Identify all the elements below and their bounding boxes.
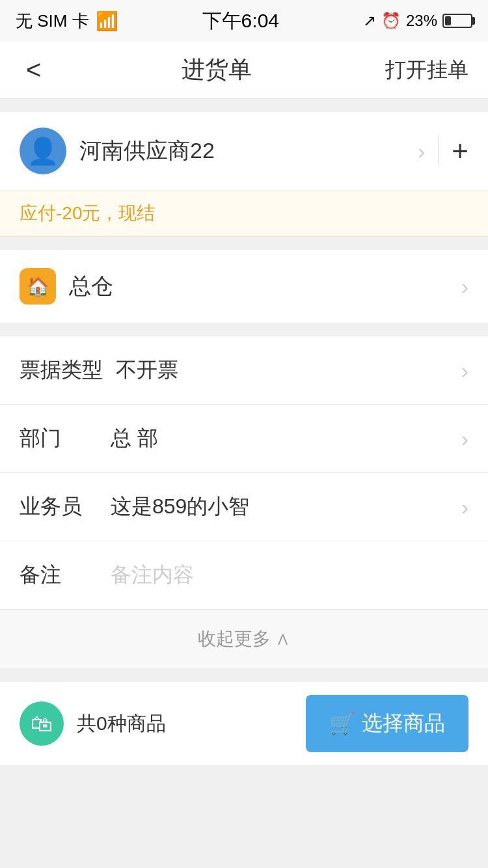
battery-percent: 23% xyxy=(406,12,437,30)
navigation-bar: < 进货单 打开挂单 xyxy=(0,42,488,99)
status-time: 下午6:04 xyxy=(202,8,279,34)
carrier-text: 无 SIM 卡 xyxy=(16,10,89,33)
warehouse-row[interactable]: 🏠 总仓 › xyxy=(0,250,488,323)
form-section: 票据类型 不开票 › 部门 总 部 › 业务员 这是859的小智 › 备注 备注… xyxy=(0,336,488,609)
invoice-type-row[interactable]: 票据类型 不开票 › xyxy=(0,336,488,405)
status-bar: 无 SIM 卡 📶 下午6:04 ↗ ⏰ 23% xyxy=(0,0,488,42)
supplier-avatar: 👤 xyxy=(20,128,66,174)
department-chevron-icon: › xyxy=(461,426,468,452)
invoice-type-chevron-icon: › xyxy=(461,358,468,383)
remark-placeholder: 备注内容 xyxy=(111,561,468,590)
select-product-label: 选择商品 xyxy=(362,709,445,738)
salesperson-value: 这是859的小智 xyxy=(111,493,461,521)
section-gap-3 xyxy=(0,323,488,336)
select-product-icon: 🛒 xyxy=(329,711,355,736)
section-gap-2 xyxy=(0,237,488,250)
notice-bar: 应付-20元，现结 xyxy=(0,191,488,237)
department-row[interactable]: 部门 总 部 › xyxy=(0,405,488,473)
bottom-bar: 🛍 共0种商品 🛒 选择商品 xyxy=(0,681,488,765)
supplier-section: 👤 河南供应商22 › + 应付-20元，现结 xyxy=(0,112,488,237)
product-count: 共0种商品 xyxy=(77,711,306,737)
salesperson-label: 业务员 xyxy=(20,493,98,521)
product-icon-wrap: 🛍 xyxy=(20,701,64,746)
notice-text: 应付-20元，现结 xyxy=(20,203,155,223)
battery-fill xyxy=(445,16,451,25)
supplier-row[interactable]: 👤 河南供应商22 › + xyxy=(0,112,488,191)
remark-label: 备注 xyxy=(20,561,98,590)
battery-icon xyxy=(442,14,472,28)
add-supplier-button[interactable]: + xyxy=(438,137,468,165)
open-pending-button[interactable]: 打开挂单 xyxy=(385,56,468,85)
invoice-type-label: 票据类型 xyxy=(20,356,103,385)
salesperson-chevron-icon: › xyxy=(461,495,468,520)
section-gap-4 xyxy=(0,668,488,681)
wifi-icon: 📶 xyxy=(96,10,118,32)
remark-row[interactable]: 备注 备注内容 xyxy=(0,541,488,609)
page-bottom xyxy=(0,765,488,868)
warehouse-icon-wrap: 🏠 xyxy=(20,268,56,305)
select-product-button[interactable]: 🛒 选择商品 xyxy=(306,695,468,752)
warehouse-chevron-icon: › xyxy=(461,274,468,299)
salesperson-row[interactable]: 业务员 这是859的小智 › xyxy=(0,473,488,541)
section-gap-1 xyxy=(0,99,488,112)
collapse-button[interactable]: 收起更多 ∧ xyxy=(0,609,488,668)
shopping-bag-icon: 🛍 xyxy=(31,711,53,737)
supplier-name: 河南供应商22 xyxy=(79,136,418,166)
status-right: ↗ ⏰ 23% xyxy=(363,12,472,30)
warehouse-icon: 🏠 xyxy=(27,276,49,297)
warehouse-name: 总仓 xyxy=(69,271,461,301)
back-button[interactable]: < xyxy=(20,49,47,91)
department-value: 总 部 xyxy=(111,424,461,453)
page-title: 进货单 xyxy=(182,54,252,86)
status-left: 无 SIM 卡 📶 xyxy=(16,10,118,33)
location-icon: ↗ xyxy=(363,12,376,30)
alarm-icon: ⏰ xyxy=(381,12,401,30)
person-icon: 👤 xyxy=(27,136,59,167)
invoice-type-value: 不开票 xyxy=(116,356,461,385)
supplier-chevron-icon: › xyxy=(418,139,425,164)
department-label: 部门 xyxy=(20,424,98,453)
